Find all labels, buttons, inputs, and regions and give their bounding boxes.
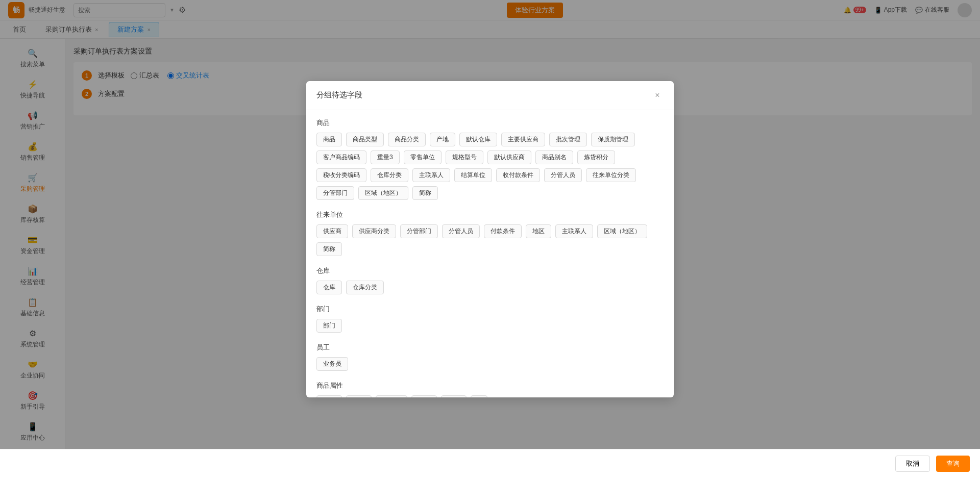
section-warehouse: 仓库 仓库 仓库分类 xyxy=(316,266,664,294)
field-tag-partner-contact[interactable]: 主联系人 xyxy=(555,224,593,238)
field-tag-default-supplier[interactable]: 默认供应商 xyxy=(487,150,531,164)
modal-footer: 取消 查询 xyxy=(0,449,980,478)
field-tag-person-in-charge[interactable]: 分管人员 xyxy=(544,168,582,182)
section-goods-title: 商品 xyxy=(316,118,664,128)
field-tag-dept[interactable]: 部门 xyxy=(316,319,342,333)
field-tag-partner-dept[interactable]: 分管部门 xyxy=(400,224,438,238)
field-tag-default-warehouse[interactable]: 默认仓库 xyxy=(459,133,497,146)
field-tag-refine-points[interactable]: 炼货积分 xyxy=(577,150,615,164)
modal-header: 分组待选字段 × xyxy=(306,81,674,110)
field-tag-customer-code[interactable]: 客户商品编码 xyxy=(316,150,366,164)
section-employee-tags: 业务员 xyxy=(316,357,664,371)
field-tag-warehouse[interactable]: 仓库 xyxy=(316,281,342,294)
field-tag-partner-person[interactable]: 分管人员 xyxy=(442,224,480,238)
section-warehouse-tags: 仓库 仓库分类 xyxy=(316,281,664,294)
section-dept-tags: 部门 xyxy=(316,319,664,333)
field-tag-batch-mgmt[interactable]: 批次管理 xyxy=(549,133,587,146)
section-goods-tags: 商品 商品类型 商品分类 产地 默认仓库 主要供应商 批次管理 保质期管理 客户… xyxy=(316,133,664,200)
field-tag-supplier[interactable]: 供应商 xyxy=(316,224,348,238)
cancel-button[interactable]: 取消 xyxy=(895,456,930,472)
section-employee-title: 员工 xyxy=(316,343,664,352)
field-tag-shoe-size[interactable]: 鞋码 xyxy=(441,395,467,397)
section-dept-title: 部门 xyxy=(316,305,664,314)
field-tag-partner-region[interactable]: 地区 xyxy=(526,224,551,238)
field-tag-tax-code[interactable]: 税收分类编码 xyxy=(316,168,366,182)
section-goods-attr-tags: 属性 颜色 多规格 尺码 鞋码 1 xyxy=(316,395,664,397)
section-goods: 商品 商品 商品类型 商品分类 产地 默认仓库 主要供应商 批次管理 保质期管理… xyxy=(316,118,664,200)
field-tag-main-supplier[interactable]: 主要供应商 xyxy=(501,133,545,146)
field-tag-color[interactable]: 颜色 xyxy=(346,395,372,397)
field-tag-attribute[interactable]: 属性 xyxy=(316,395,342,397)
section-partner-title: 往来单位 xyxy=(316,210,664,219)
field-tag-short-name[interactable]: 简称 xyxy=(412,186,438,200)
section-partner: 往来单位 供应商 供应商分类 分管部门 分管人员 付款条件 地区 主联系人 区域… xyxy=(316,210,664,256)
field-tag-origin[interactable]: 产地 xyxy=(430,133,455,146)
field-tag-warehouse-type[interactable]: 仓库分类 xyxy=(346,281,384,294)
modal-close-button[interactable]: × xyxy=(651,89,664,102)
field-tag-goods-type[interactable]: 商品类型 xyxy=(346,133,384,146)
section-goods-attr: 商品属性 属性 颜色 多规格 尺码 鞋码 1 xyxy=(316,381,664,397)
field-tag-attr-1[interactable]: 1 xyxy=(471,395,487,397)
field-tag-supplier-category[interactable]: 供应商分类 xyxy=(352,224,396,238)
field-tag-weight3[interactable]: 重量3 xyxy=(371,150,400,164)
field-tag-salesperson[interactable]: 业务员 xyxy=(316,357,348,371)
field-tag-main-contact[interactable]: 主联系人 xyxy=(412,168,450,182)
field-tag-goods[interactable]: 商品 xyxy=(316,133,342,146)
field-tag-dept-in-charge[interactable]: 分管部门 xyxy=(316,186,354,200)
section-department: 部门 部门 xyxy=(316,305,664,333)
field-tag-expiry-mgmt[interactable]: 保质期管理 xyxy=(591,133,635,146)
field-tag-partner-area[interactable]: 区域（地区） xyxy=(597,224,647,238)
modal-title: 分组待选字段 xyxy=(316,90,362,100)
modal-overlay[interactable]: 分组待选字段 × 商品 商品 商品类型 商品分类 产地 默认仓库 主要供应商 批… xyxy=(0,0,980,478)
field-tag-warehouse-category[interactable]: 仓库分类 xyxy=(371,168,408,182)
field-tag-goods-category[interactable]: 商品分类 xyxy=(388,133,426,146)
field-tag-spec-model[interactable]: 规格型号 xyxy=(446,150,483,164)
section-employee: 员工 业务员 xyxy=(316,343,664,371)
field-tag-settlement-unit[interactable]: 结算单位 xyxy=(454,168,492,182)
field-tag-partner-shortname[interactable]: 简称 xyxy=(316,242,342,256)
field-tag-goods-alias[interactable]: 商品别名 xyxy=(535,150,573,164)
section-goods-attr-title: 商品属性 xyxy=(316,381,664,390)
field-tag-retail-unit[interactable]: 零售单位 xyxy=(404,150,442,164)
confirm-button[interactable]: 查询 xyxy=(936,456,970,472)
field-tag-partner-category[interactable]: 往来单位分类 xyxy=(586,168,636,182)
field-tag-size[interactable]: 尺码 xyxy=(411,395,437,397)
modal-body: 商品 商品 商品类型 商品分类 产地 默认仓库 主要供应商 批次管理 保质期管理… xyxy=(306,110,674,397)
section-partner-tags: 供应商 供应商分类 分管部门 分管人员 付款条件 地区 主联系人 区域（地区） … xyxy=(316,224,664,256)
field-tag-region[interactable]: 区域（地区） xyxy=(358,186,408,200)
field-tag-multi-spec[interactable]: 多规格 xyxy=(376,395,407,397)
field-tag-partner-payment[interactable]: 付款条件 xyxy=(484,224,522,238)
section-warehouse-title: 仓库 xyxy=(316,266,664,275)
field-tag-payment-terms[interactable]: 收付款条件 xyxy=(496,168,540,182)
field-select-modal: 分组待选字段 × 商品 商品 商品类型 商品分类 产地 默认仓库 主要供应商 批… xyxy=(306,81,674,397)
